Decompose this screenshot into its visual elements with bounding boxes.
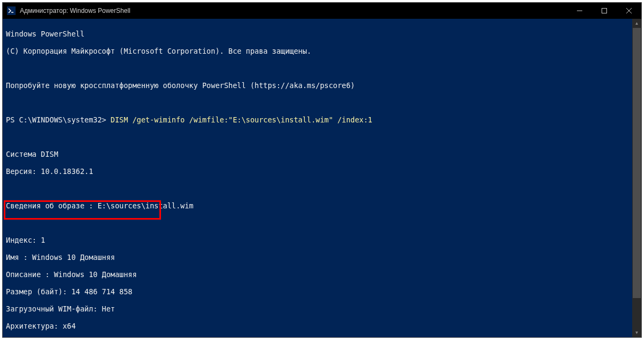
vertical-scrollbar[interactable]: ▲ ▼ bbox=[632, 19, 641, 337]
command-text: DISM /get-wiminfo /wimfile:"E:\sources\i… bbox=[111, 115, 372, 124]
powershell-icon bbox=[7, 6, 16, 15]
prompt-path: PS C:\WINDOWS\system32> bbox=[6, 115, 106, 124]
close-button[interactable] bbox=[617, 3, 641, 19]
output-line: Индекс: 1 bbox=[6, 236, 638, 244]
output-blank bbox=[6, 219, 638, 227]
maximize-button[interactable] bbox=[592, 3, 617, 19]
output-blank bbox=[6, 98, 638, 107]
output-blank bbox=[6, 184, 638, 193]
output-blank bbox=[6, 133, 638, 141]
close-icon bbox=[626, 8, 632, 13]
scrollbar-thumb[interactable] bbox=[633, 28, 641, 298]
terminal-area[interactable]: Windows PowerShell (C) Корпорация Майкро… bbox=[3, 19, 641, 337]
titlebar[interactable]: Администратор: Windows PowerShell bbox=[3, 3, 641, 19]
output-line: Имя : Windows 10 Домашняя bbox=[6, 253, 638, 262]
svg-rect-2 bbox=[602, 9, 607, 13]
output-line: (C) Корпорация Майкрософт (Microsoft Cor… bbox=[6, 47, 638, 55]
output-line: Попробуйте новую кроссплатформенную обол… bbox=[6, 81, 638, 90]
output-line: Cистема DISM bbox=[6, 150, 638, 158]
scrollbar-up-button[interactable]: ▲ bbox=[632, 19, 641, 28]
output-line: Сведения об образе : E:\sources\install.… bbox=[6, 201, 638, 210]
minimize-button[interactable] bbox=[567, 3, 592, 19]
output-line: Архитектура: x64 bbox=[6, 322, 638, 330]
output-line: Windows PowerShell bbox=[6, 30, 638, 38]
scrollbar-down-button[interactable]: ▼ bbox=[632, 328, 641, 337]
scrollbar-track[interactable] bbox=[632, 28, 641, 328]
output-line: Размер (байт): 14 486 714 858 bbox=[6, 287, 638, 296]
maximize-icon bbox=[602, 8, 607, 13]
window-title: Администратор: Windows PowerShell bbox=[20, 7, 567, 14]
output-line: Описание : Windows 10 Домашняя bbox=[6, 270, 638, 279]
prompt-line: PS C:\WINDOWS\system32> DISM /get-wiminf… bbox=[6, 115, 638, 124]
powershell-window: Администратор: Windows PowerShell Window… bbox=[2, 2, 642, 338]
output-line: Версия: 10.0.18362.1 bbox=[6, 167, 638, 176]
window-controls bbox=[567, 3, 641, 19]
minimize-icon bbox=[577, 8, 582, 13]
output-blank bbox=[6, 64, 638, 72]
output-line: Загрузочный WIM-файл: Нет bbox=[6, 304, 638, 313]
